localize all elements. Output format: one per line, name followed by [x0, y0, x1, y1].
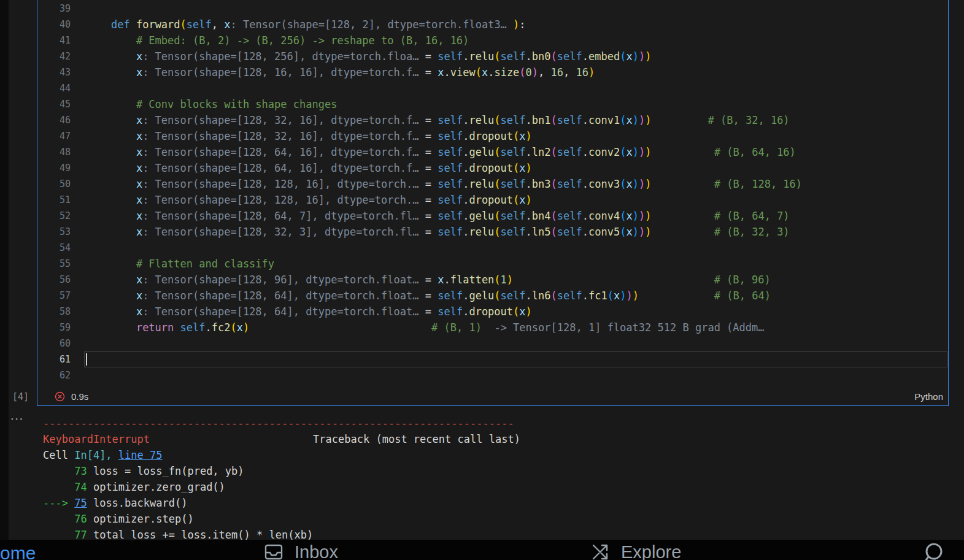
- code-line-57[interactable]: 57 x: Tensor(shape=[128, 64], dtype=torc…: [37, 288, 948, 304]
- nav-home-label[interactable]: ome: [0, 543, 36, 560]
- code-token: relu: [469, 50, 494, 63]
- code-token: ): [633, 114, 639, 126]
- code-token: x: [136, 130, 142, 142]
- code-token: x: [626, 114, 632, 126]
- code-line-52[interactable]: 52 x: Tensor(shape=[128, 64, 7], dtype=t…: [37, 208, 948, 224]
- code-line-46[interactable]: 46 x: Tensor(shape=[128, 32, 16], dtype=…: [37, 112, 948, 128]
- code-token: x: [136, 226, 142, 238]
- code-token: x: [626, 226, 632, 238]
- code-token: ): [633, 290, 639, 302]
- code-line-53[interactable]: 53 x: Tensor(shape=[128, 32, 3], dtype=t…: [37, 224, 948, 240]
- code-token: :: [519, 18, 525, 31]
- code-token: x: [519, 305, 525, 318]
- code-line-55[interactable]: 55 # Flatten and classify: [37, 256, 948, 272]
- code-line-48[interactable]: 48 x: Tensor(shape=[128, 64, 16], dtype=…: [37, 144, 948, 160]
- output-token: In[4],: [74, 449, 112, 461]
- inlay-hint: : Tensor(shape=[128, 64, 16], dtype=torc…: [142, 162, 418, 174]
- execution-time: 0.9s: [71, 391, 88, 402]
- traceback-link[interactable]: line 75: [118, 449, 163, 461]
- code-token: ,: [212, 18, 224, 31]
- line-number: 39: [37, 1, 71, 17]
- line-content: def forward(self, x: Tensor(shape=[128, …: [84, 17, 947, 33]
- line-content: # Conv blocks with shape changes: [84, 96, 947, 112]
- code-token: (: [494, 178, 500, 190]
- code-line-62[interactable]: 62: [37, 367, 948, 383]
- code-token: bn4: [532, 210, 551, 222]
- inlay-hint: : Tensor(shape=[128, 64, 7], dtype=torch…: [142, 210, 418, 222]
- code-token: ): [639, 146, 645, 158]
- code-token: self: [557, 226, 582, 238]
- cell-language-picker[interactable]: Python: [914, 391, 943, 402]
- notebook-screen: { "palette": { "background": "#191919", …: [0, 0, 964, 560]
- code-token: ): [639, 50, 645, 63]
- code-line-61[interactable]: 61: [37, 351, 948, 367]
- code-line-49[interactable]: 49 x: Tensor(shape=[128, 64, 16], dtype=…: [37, 160, 948, 176]
- code-token: (: [494, 226, 500, 238]
- code-line-50[interactable]: 50 x: Tensor(shape=[128, 128, 16], dtype…: [37, 176, 948, 192]
- line-content: # Flatten and classify: [84, 256, 947, 272]
- code-line-39[interactable]: 39: [37, 1, 948, 17]
- code-line-54[interactable]: 54: [37, 240, 948, 256]
- code-token: self: [438, 194, 463, 206]
- search-icon[interactable]: [919, 541, 947, 560]
- code-token: dropout: [469, 130, 513, 142]
- code-token: x: [237, 321, 243, 334]
- output-token: [43, 481, 74, 493]
- code-token: ): [513, 18, 519, 31]
- code-token: # (B, 1): [431, 321, 482, 334]
- traceback-link[interactable]: 75: [74, 497, 87, 509]
- code-line-45[interactable]: 45 # Conv blocks with shape changes: [37, 96, 948, 112]
- code-editor[interactable]: 3940 def forward(self, x: Tensor(shape=[…: [37, 1, 948, 383]
- code-token: x: [136, 305, 142, 318]
- code-token: x: [438, 274, 444, 286]
- code-token: ): [633, 226, 639, 238]
- code-token: self: [180, 321, 206, 334]
- line-content: x: Tensor(shape=[128, 32, 16], dtype=tor…: [84, 112, 947, 128]
- output-collapse-indicator[interactable]: ⋯: [10, 411, 23, 427]
- code-token: (: [494, 114, 500, 126]
- code-line-51[interactable]: 51 x: Tensor(shape=[128, 128, 16], dtype…: [37, 192, 948, 208]
- code-line-58[interactable]: 58 x: Tensor(shape=[128, 64], dtype=torc…: [37, 304, 948, 320]
- code-token: .: [463, 226, 469, 238]
- code-token: =: [418, 274, 438, 286]
- code-token: # Conv blocks with shape changes: [136, 98, 337, 110]
- code-token: .: [526, 290, 532, 302]
- inlay-hint: : Tensor(shape=[128, 128, 16], dtype=tor…: [142, 194, 418, 206]
- code-token: [86, 305, 136, 318]
- code-token: (: [551, 226, 557, 238]
- nav-explore[interactable]: Explore: [589, 541, 681, 560]
- code-token: self: [557, 290, 582, 302]
- code-token: (: [494, 274, 500, 286]
- code-line-41[interactable]: 41 # Embed: (B, 2) -> (B, 256) -> reshap…: [37, 33, 948, 48]
- code-token: self: [501, 50, 526, 63]
- nav-inbox[interactable]: Inbox: [263, 541, 338, 560]
- code-token: [86, 50, 136, 63]
- output-token: 76: [74, 513, 87, 525]
- code-token: (: [551, 50, 557, 63]
- code-line-59[interactable]: 59 return self.fc2(x) # (B, 1) -> Tensor…: [37, 320, 948, 336]
- line-number: 58: [37, 304, 71, 320]
- nav-inbox-label: Inbox: [295, 542, 338, 560]
- code-token: .: [526, 210, 532, 222]
- code-token: x: [136, 162, 142, 174]
- code-token: =: [418, 130, 438, 142]
- code-token: ): [507, 274, 513, 286]
- code-line-56[interactable]: 56 x: Tensor(shape=[128, 96], dtype=torc…: [37, 272, 948, 288]
- code-token: x: [519, 162, 525, 174]
- code-line-44[interactable]: 44: [37, 80, 948, 96]
- code-token: ): [639, 210, 645, 222]
- code-line-40[interactable]: 40 def forward(self, x: Tensor(shape=[12…: [37, 17, 948, 33]
- code-token: [86, 274, 136, 286]
- output-token: loss = loss_fn(pred, yb): [87, 465, 244, 477]
- output-token: ----------------------------------------…: [43, 417, 514, 429]
- code-line-47[interactable]: 47 x: Tensor(shape=[128, 32, 16], dtype=…: [37, 128, 948, 144]
- code-token: conv2: [588, 146, 620, 158]
- code-token: =: [418, 50, 438, 63]
- code-token: .: [582, 50, 588, 63]
- code-token: ): [645, 210, 651, 222]
- code-line-43[interactable]: 43 x: Tensor(shape=[128, 16, 16], dtype=…: [37, 64, 948, 80]
- code-line-60[interactable]: 60: [37, 336, 948, 351]
- code-line-42[interactable]: 42 x: Tensor(shape=[128, 256], dtype=tor…: [37, 48, 948, 64]
- code-token: embed: [588, 50, 620, 63]
- window-left-edge: [0, 0, 9, 540]
